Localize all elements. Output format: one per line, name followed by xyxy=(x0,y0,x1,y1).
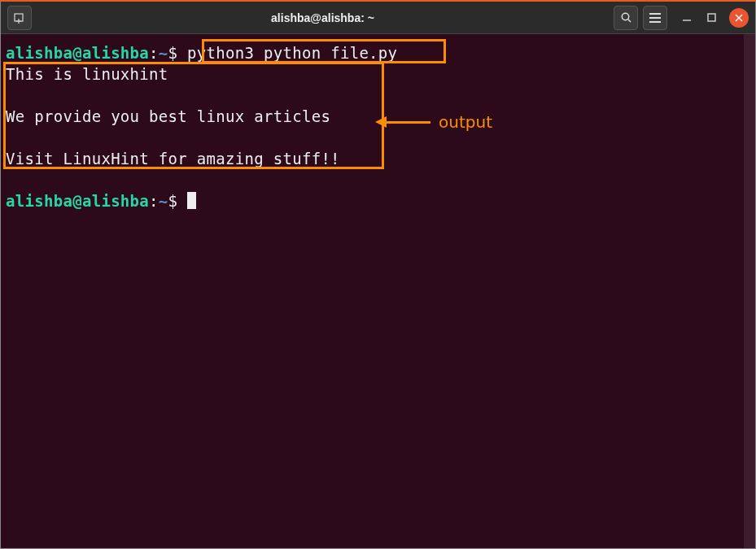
terminal-content: alishba@alishba:~$ python3 python file.p… xyxy=(1,34,755,211)
svg-rect-6 xyxy=(708,14,715,21)
maximize-button[interactable] xyxy=(705,11,718,24)
titlebar-left xyxy=(7,6,32,30)
prompt-colon: : xyxy=(149,192,159,210)
svg-point-3 xyxy=(622,13,628,20)
output-line: We provide you best linux articles xyxy=(6,107,330,125)
prompt-path: ~ xyxy=(159,192,168,210)
menu-button[interactable] xyxy=(643,6,667,30)
prompt-path: ~ xyxy=(159,44,168,62)
svg-line-4 xyxy=(628,20,631,22)
new-tab-button[interactable] xyxy=(7,6,32,30)
output-line: This is linuxhint xyxy=(6,65,168,83)
minimize-button[interactable] xyxy=(680,11,693,24)
search-button[interactable] xyxy=(614,6,638,30)
prompt-dollar: $ xyxy=(168,44,187,62)
titlebar: alishba@alishba: ~ xyxy=(1,2,755,34)
prompt-user: alishba@alishba xyxy=(6,192,149,210)
terminal-window: alishba@alishba: ~ alishba@alish xyxy=(0,0,756,549)
cursor xyxy=(187,192,196,209)
prompt-user: alishba@alishba xyxy=(6,44,149,62)
output-line: Visit LinuxHint for amazing stuff!! xyxy=(6,150,340,168)
terminal-area[interactable]: alishba@alishba:~$ python3 python file.p… xyxy=(1,34,755,548)
hamburger-icon xyxy=(649,13,661,23)
prompt-dollar: $ xyxy=(168,192,187,210)
window-controls xyxy=(680,8,749,28)
close-button[interactable] xyxy=(729,8,749,28)
window-title: alishba@alishba: ~ xyxy=(37,11,609,24)
command-text: python3 python file.py xyxy=(187,44,397,62)
prompt-colon: : xyxy=(149,44,159,62)
titlebar-right xyxy=(614,6,749,30)
scrollbar[interactable] xyxy=(744,34,755,548)
